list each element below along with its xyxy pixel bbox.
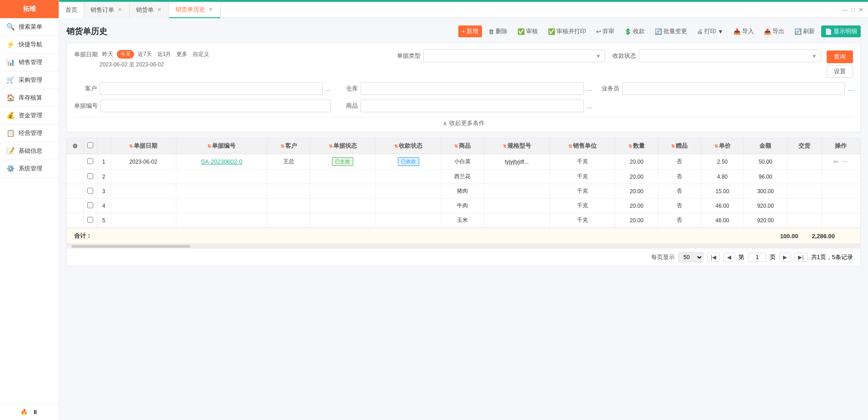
prev-page-btn[interactable]: ◀ bbox=[723, 253, 735, 262]
table-cell bbox=[83, 170, 97, 184]
show-detail-button[interactable]: 📄 显示明细 bbox=[821, 25, 861, 37]
th-checkbox[interactable] bbox=[83, 138, 97, 154]
maximize-btn[interactable]: □ bbox=[851, 6, 855, 13]
query-button[interactable]: 查询 bbox=[827, 50, 853, 63]
row-checkbox[interactable] bbox=[87, 217, 93, 223]
more-icon[interactable]: ⋯ bbox=[842, 158, 848, 165]
doc-no-link[interactable]: SA-20230602-0 bbox=[201, 158, 242, 165]
doc-type-select[interactable]: ▼ bbox=[423, 50, 606, 62]
goods-dots[interactable]: ... bbox=[587, 102, 592, 110]
quick-nav-icon: ⚡ bbox=[6, 40, 15, 49]
last-page-btn[interactable]: ▶| bbox=[794, 253, 807, 262]
payment-status-arrow: ▼ bbox=[811, 53, 817, 60]
pause-icon[interactable]: ⏸ bbox=[32, 409, 38, 415]
warehouse-input[interactable] bbox=[361, 82, 584, 95]
tab-sales-order-close[interactable]: ✕ bbox=[117, 7, 123, 13]
collect-button[interactable]: 💲 收款 bbox=[621, 25, 648, 37]
tab-sales-order[interactable]: 销售订单 ✕ bbox=[84, 2, 130, 18]
audit-button[interactable]: ✅ 审核 bbox=[514, 25, 542, 37]
custom-shortcut[interactable]: 自定义 bbox=[191, 50, 211, 59]
audit-print-button[interactable]: ✅ 审核并打印 bbox=[544, 25, 590, 37]
tab-home[interactable]: 首页 bbox=[59, 2, 84, 18]
sidebar-item-search-menu[interactable]: 🔍 搜索菜单 bbox=[0, 18, 59, 36]
table-cell: 西兰花 bbox=[441, 170, 484, 184]
pagination-bar: 每页显示 50 100 200 |◀ ◀ 第 页 ▶ ▶| 共1页，5条记录 bbox=[67, 248, 860, 266]
sidebar-item-quick-nav[interactable]: ⚡ 快捷导航 bbox=[0, 36, 59, 54]
abandon-button[interactable]: ↩ 弃审 bbox=[592, 25, 618, 37]
tab-sales-history-close[interactable]: ✕ bbox=[208, 6, 214, 12]
table-cell bbox=[787, 199, 821, 213]
tab-sales-goods-close[interactable]: ✕ bbox=[156, 7, 162, 13]
th-goods[interactable]: ⇅ 商品 bbox=[441, 138, 484, 154]
th-gift[interactable]: ⇅ 赠品 bbox=[658, 138, 701, 154]
salesperson-label: 业务员 bbox=[597, 85, 619, 93]
row-checkbox[interactable] bbox=[87, 202, 93, 208]
th-amount: 金额 bbox=[744, 138, 788, 154]
th-unit[interactable]: ⇅ 销售单位 bbox=[550, 138, 615, 154]
close-btn-window[interactable]: ✕ bbox=[858, 6, 863, 13]
table-cell bbox=[110, 184, 176, 199]
th-customer[interactable]: ⇅ 客户 bbox=[267, 138, 310, 154]
goods-input[interactable] bbox=[361, 100, 584, 112]
first-page-btn[interactable]: |◀ bbox=[707, 253, 720, 262]
delete-button[interactable]: 🗑 删除 bbox=[485, 25, 511, 37]
sidebar-item-finance-mgmt[interactable]: 💰 资金管理 bbox=[0, 107, 59, 125]
warehouse-label: 仓库 bbox=[335, 85, 358, 93]
table-cell: 20.00 bbox=[615, 154, 658, 170]
yesterday-shortcut[interactable]: 昨天 bbox=[100, 50, 115, 59]
batch-change-button[interactable]: 🔄 批量变更 bbox=[651, 25, 691, 37]
sidebar-item-sys-mgmt[interactable]: ⚙️ 系统管理 bbox=[0, 160, 59, 178]
tab-sales-goods[interactable]: 销货单 ✕ bbox=[130, 2, 169, 18]
settings-button[interactable]: 设置 bbox=[827, 65, 853, 78]
salesperson-dots[interactable]: ... bbox=[848, 85, 853, 92]
refresh-button[interactable]: 🔃 刷新 bbox=[791, 25, 818, 37]
today-shortcut[interactable]: 今天 bbox=[117, 50, 134, 59]
th-spec[interactable]: ⇅ 规格型号 bbox=[484, 138, 549, 154]
th-doc-status[interactable]: ⇅ 单据状态 bbox=[310, 138, 376, 154]
print-button[interactable]: 🖨 打印 ▼ bbox=[693, 25, 727, 37]
import-button[interactable]: 📥 导入 bbox=[730, 25, 758, 37]
customer-input[interactable] bbox=[100, 82, 323, 95]
scrollbar-thumb[interactable] bbox=[71, 245, 191, 248]
payment-status-select[interactable]: ▼ bbox=[639, 50, 821, 62]
payment-status-badge: 已收款 bbox=[398, 157, 419, 166]
7days-shortcut[interactable]: 近7天 bbox=[136, 50, 154, 59]
next-page-btn[interactable]: ▶ bbox=[779, 253, 791, 262]
row-checkbox[interactable] bbox=[87, 173, 93, 179]
more-shortcut[interactable]: 更多 bbox=[175, 50, 189, 59]
tab-sales-history[interactable]: 销货单历史 ✕ bbox=[169, 2, 221, 18]
horizontal-scrollbar[interactable] bbox=[67, 244, 860, 248]
collapse-filter-btn[interactable]: ∧ 收起更多条件 bbox=[74, 117, 853, 128]
th-doc-no[interactable]: ⇅ 单据编号 bbox=[176, 138, 267, 154]
salesperson-input[interactable] bbox=[622, 82, 845, 95]
sidebar-item-inventory-calc[interactable]: 🏠 库存核算 bbox=[0, 89, 59, 107]
add-button[interactable]: + 新增 bbox=[458, 25, 482, 37]
select-all-checkbox[interactable] bbox=[87, 142, 93, 148]
minimize-btn[interactable]: — bbox=[842, 6, 848, 13]
row-checkbox[interactable] bbox=[87, 188, 93, 194]
customer-dots[interactable]: ... bbox=[326, 85, 331, 92]
sidebar-item-sales-mgmt[interactable]: 📊 销售管理 bbox=[0, 54, 59, 71]
export-button[interactable]: 📤 导出 bbox=[760, 25, 788, 37]
1month-shortcut[interactable]: 近1月 bbox=[156, 50, 173, 59]
fire-icon[interactable]: 🔥 bbox=[20, 409, 28, 415]
th-unit-price[interactable]: ⇅ 单价 bbox=[701, 138, 743, 154]
table-cell bbox=[787, 154, 821, 170]
table-cell: 46.00 bbox=[701, 213, 743, 228]
th-doc-date[interactable]: ⇅ 单据日期 bbox=[110, 138, 176, 154]
th-qty[interactable]: ⇅ 数量 bbox=[615, 138, 658, 154]
page-number-input[interactable] bbox=[748, 253, 766, 262]
th-payment-status[interactable]: ⇅ 收款状态 bbox=[376, 138, 441, 154]
doc-no-input[interactable] bbox=[100, 100, 331, 112]
edit-icon[interactable]: ✏ bbox=[833, 158, 839, 165]
sidebar-item-purchase-mgmt[interactable]: 🛒 采购管理 bbox=[0, 71, 59, 89]
sort-icon: ⇅ bbox=[714, 144, 718, 149]
row-checkbox[interactable] bbox=[87, 158, 93, 164]
th-gear[interactable]: ⚙ bbox=[67, 138, 83, 154]
warehouse-dots[interactable]: ... bbox=[587, 85, 592, 92]
per-page-select[interactable]: 50 100 200 bbox=[678, 252, 703, 262]
audit-icon: ✅ bbox=[517, 28, 525, 35]
table-cell: 300.00 bbox=[744, 184, 788, 199]
sidebar-item-basic-info[interactable]: 📝 基础信息 bbox=[0, 142, 59, 160]
sidebar-item-ops-mgmt[interactable]: 📋 经营管理 bbox=[0, 125, 59, 142]
